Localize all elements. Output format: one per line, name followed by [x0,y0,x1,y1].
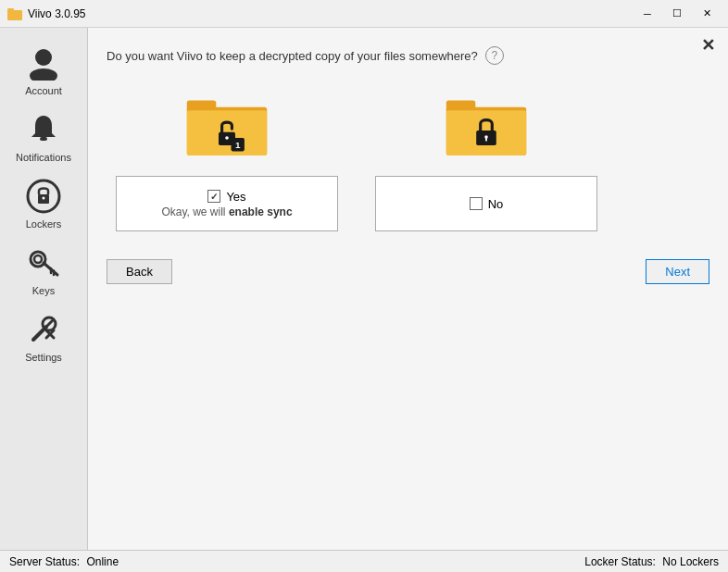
yes-option: 1 Yes Okay, we will enable sync [116,83,338,231]
svg-text:1: 1 [235,139,241,149]
titlebar: Viivo 3.0.95 ─ ☐ ✕ [0,0,728,28]
svg-point-3 [30,68,57,81]
maximize-button[interactable]: ☐ [663,5,691,23]
yes-sublabel-prefix: Okay, we will [161,205,228,218]
svg-rect-19 [187,100,217,112]
svg-rect-1 [7,8,14,12]
app-title: Viivo 3.0.95 [28,7,634,20]
no-checkbox[interactable] [470,197,483,210]
sidebar-item-account[interactable]: Account [0,37,87,104]
yes-label-text: Yes [226,190,245,204]
settings-icon [25,311,62,348]
sidebar: Account Notifications Lockers [0,28,88,550]
svg-point-22 [225,136,229,140]
svg-rect-4 [40,137,47,141]
content-area: ✕ Do you want Viivo to keep a decrypted … [88,28,728,550]
server-status: Server Status: Online [9,555,584,568]
yes-folder-icon: 1 [185,91,269,160]
minimize-button[interactable]: ─ [634,5,661,23]
window-close-button[interactable]: ✕ [693,5,721,23]
svg-line-15 [44,319,54,329]
navigation-buttons: Back Next [107,259,709,284]
yes-sublabel: Okay, we will enable sync [161,205,292,218]
svg-point-9 [34,255,42,263]
sidebar-settings-label: Settings [25,352,62,363]
next-button[interactable]: Next [646,259,709,284]
notifications-icon [25,111,62,148]
app-icon [7,6,22,21]
sidebar-item-keys[interactable]: Keys [0,237,87,304]
locker-status-label: Locker Status: [584,555,656,568]
yes-sublabel-bold: enable sync [229,205,293,218]
no-option: No [375,83,597,231]
no-folder-icon [445,91,528,160]
sidebar-item-lockers[interactable]: Lockers [0,170,87,237]
account-icon [25,44,62,81]
help-icon[interactable]: ? [485,46,504,65]
question-row: Do you want Viivo to keep a decrypted co… [107,46,709,65]
back-button[interactable]: Back [107,259,172,284]
window-controls: ─ ☐ ✕ [634,5,721,23]
question-text: Do you want Viivo to keep a decrypted co… [107,49,478,63]
sidebar-item-notifications[interactable]: Notifications [0,104,87,170]
lockers-icon [25,178,62,215]
locker-status-value: No Lockers [662,555,719,568]
no-label-row: No [470,197,504,211]
sidebar-lockers-label: Lockers [26,218,62,230]
no-label-text: No [488,197,504,211]
yes-option-box[interactable]: Yes Okay, we will enable sync [116,176,338,231]
locker-status: Locker Status: No Lockers [584,555,719,568]
sidebar-item-settings[interactable]: Settings [0,304,87,370]
dialog-close-button[interactable]: ✕ [701,37,715,54]
main-container: Account Notifications Lockers [0,28,728,550]
sidebar-notifications-label: Notifications [16,152,71,163]
svg-rect-30 [485,137,487,142]
sidebar-account-label: Account [25,85,62,96]
svg-point-7 [43,197,45,200]
server-status-value: Online [86,555,119,568]
svg-rect-26 [446,100,476,112]
options-row: 1 Yes Okay, we will enable sync [107,83,709,231]
keys-icon [25,244,62,281]
svg-point-2 [35,49,52,66]
statusbar: Server Status: Online Locker Status: No … [0,550,728,572]
yes-folder-container: 1 [181,83,273,167]
server-status-label: Server Status: [9,555,80,568]
yes-label-row: Yes [207,190,245,204]
sidebar-keys-label: Keys [32,285,55,296]
yes-checkbox[interactable] [207,190,220,203]
no-option-box[interactable]: No [375,176,597,231]
no-folder-container [440,83,533,167]
